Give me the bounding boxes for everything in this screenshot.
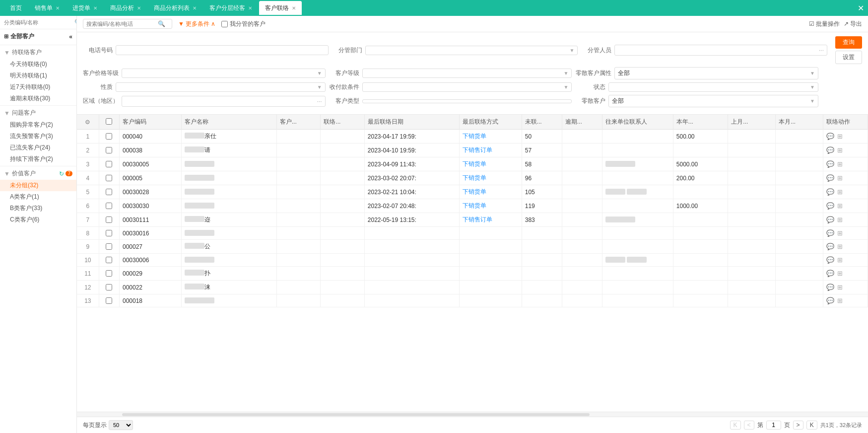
batch-op-btn[interactable]: ☑ 批量操作: [809, 20, 840, 28]
last-way-link[interactable]: 下销售订单: [463, 146, 492, 153]
chat-icon[interactable]: 💬: [826, 133, 834, 140]
last-page-btn[interactable]: K: [806, 421, 817, 430]
grid-action-icon[interactable]: ⊞: [837, 256, 843, 264]
grid-action-icon[interactable]: ⊞: [837, 270, 843, 277]
grid-action-icon[interactable]: ⊞: [837, 216, 843, 223]
grid-action-icon[interactable]: ⊞: [837, 146, 843, 154]
grid-action-icon[interactable]: ⊞: [837, 174, 843, 182]
phone-input[interactable]: [116, 45, 329, 55]
th-checkbox[interactable]: [99, 115, 119, 130]
collapse-icon[interactable]: «: [69, 33, 72, 40]
close-sales-tab[interactable]: ✕: [56, 5, 60, 11]
chat-icon[interactable]: 💬: [826, 216, 834, 223]
dept-select[interactable]: ▼: [365, 46, 578, 55]
customer-type-select[interactable]: [362, 99, 572, 103]
query-button[interactable]: 查询: [835, 36, 862, 49]
group-waiting-contact[interactable]: ▼ 待联络客户: [0, 46, 76, 59]
last-way-link[interactable]: 下销货单: [463, 188, 486, 195]
refresh-icon[interactable]: ↻: [59, 170, 64, 177]
select-all-checkbox[interactable]: [106, 118, 112, 125]
chat-icon[interactable]: 💬: [826, 202, 834, 210]
chat-icon[interactable]: 💬: [826, 297, 834, 304]
row-checkbox[interactable]: [106, 270, 112, 277]
my-customers-checkbox[interactable]: 我分管的客户: [221, 20, 266, 28]
row-checkbox[interactable]: [106, 243, 112, 250]
group-problem-customers[interactable]: ▼ 问题客户: [0, 107, 76, 119]
tab-product-analysis-list[interactable]: 商品分析列表 ✕: [148, 1, 202, 15]
grid-action-icon[interactable]: ⊞: [837, 133, 843, 140]
row-checkbox[interactable]: [106, 175, 112, 181]
sidebar-item-churn-warning[interactable]: 流失预警客户(3): [0, 131, 76, 142]
chat-icon[interactable]: 💬: [826, 284, 834, 291]
grid-action-icon[interactable]: ⊞: [837, 160, 843, 168]
last-way-link[interactable]: 下销货单: [463, 160, 486, 167]
tab-customer-contact[interactable]: 客户联络 ✕: [259, 1, 302, 15]
row-checkbox[interactable]: [106, 189, 112, 195]
chat-icon[interactable]: 💬: [826, 174, 834, 182]
row-checkbox[interactable]: [106, 230, 112, 236]
chat-icon[interactable]: 💬: [826, 229, 834, 237]
last-way-link[interactable]: 下销货单: [463, 202, 486, 209]
chat-icon[interactable]: 💬: [826, 243, 834, 250]
sidebar-item-c-class[interactable]: C类客户(6): [0, 214, 76, 225]
grid-action-icon[interactable]: ⊞: [837, 284, 843, 291]
close-product-list-tab[interactable]: ✕: [193, 5, 197, 11]
tab-product-analysis[interactable]: 商品分析 ✕: [104, 1, 147, 15]
last-way-link[interactable]: 下销货单: [463, 133, 486, 140]
row-checkbox[interactable]: [106, 133, 112, 140]
sidebar-item-a-class[interactable]: A类客户(1): [0, 191, 76, 203]
tab-customer-segment[interactable]: 客户分层经客 ✕: [203, 1, 258, 15]
last-way-link[interactable]: 下销货单: [463, 174, 486, 181]
chat-icon[interactable]: 💬: [826, 188, 834, 196]
retail-customer-select[interactable]: 全部 ▼: [608, 95, 818, 107]
more-conditions-btn[interactable]: ▼ 更多条件 ∧: [178, 20, 215, 28]
export-btn[interactable]: ↗ 导出: [844, 20, 862, 28]
all-customers-header[interactable]: ⊞ 全部客户 «: [0, 29, 76, 44]
search-icon[interactable]: 🔍: [158, 20, 165, 27]
reset-button[interactable]: 设置: [835, 51, 862, 64]
payment-select[interactable]: ▼: [362, 82, 572, 92]
status-select[interactable]: ▼: [608, 82, 818, 92]
prev-page-btn[interactable]: <: [744, 421, 754, 430]
region-select[interactable]: ···: [122, 96, 326, 107]
settings-icon[interactable]: ⚙: [85, 119, 90, 126]
th-settings[interactable]: ⚙: [77, 115, 99, 130]
price-level-select[interactable]: ▼: [122, 69, 326, 78]
last-way-link[interactable]: 下销售订单: [463, 216, 492, 223]
sidebar-search-input[interactable]: [4, 19, 72, 25]
row-checkbox[interactable]: [106, 216, 112, 223]
manager-select[interactable]: ···: [614, 45, 827, 56]
customer-level-select[interactable]: ▼: [362, 69, 572, 78]
tab-home[interactable]: 首页: [4, 1, 28, 15]
page-number-input[interactable]: [766, 421, 781, 430]
grid-action-icon[interactable]: ⊞: [837, 229, 843, 237]
grid-action-icon[interactable]: ⊞: [837, 188, 843, 196]
row-checkbox[interactable]: [106, 297, 112, 304]
group-value-customers[interactable]: ▼ 价值客户 ↻ 7: [0, 167, 76, 180]
sidebar-item-tomorrow-contact[interactable]: 明天待联络(1): [0, 70, 76, 81]
next-page-btn[interactable]: >: [793, 421, 803, 430]
sidebar-item-abnormal[interactable]: 囤购异常客户(2): [0, 119, 76, 131]
tab-purchase[interactable]: 进货单 ✕: [67, 1, 103, 15]
my-customers-check-input[interactable]: [221, 21, 228, 27]
row-checkbox[interactable]: [106, 147, 112, 153]
row-checkbox[interactable]: [106, 203, 112, 209]
search-input[interactable]: [86, 21, 156, 27]
sidebar-item-churned[interactable]: 已流失客户(24): [0, 142, 76, 153]
horizontal-scrollbar[interactable]: [77, 412, 868, 417]
chat-icon[interactable]: 💬: [826, 146, 834, 154]
close-customer-segment-tab[interactable]: ✕: [248, 5, 252, 11]
row-checkbox[interactable]: [106, 257, 112, 263]
grid-action-icon[interactable]: ⊞: [837, 297, 843, 304]
page-size-select[interactable]: 50 100: [109, 420, 133, 430]
grid-action-icon[interactable]: ⊞: [837, 243, 843, 250]
retail-attr-select[interactable]: 全部 ▼: [614, 67, 818, 79]
window-close-button[interactable]: ✕: [858, 3, 864, 13]
close-product-analysis-tab[interactable]: ✕: [137, 5, 141, 11]
sidebar-item-declining[interactable]: 持续下滑客户(2): [0, 153, 76, 165]
nature-select[interactable]: ▼: [116, 82, 326, 92]
chat-icon[interactable]: 💬: [826, 270, 834, 277]
close-customer-contact-tab[interactable]: ✕: [292, 5, 296, 11]
first-page-btn[interactable]: K: [730, 421, 741, 430]
sidebar-item-7days-contact[interactable]: 近7天待联络(0): [0, 81, 76, 93]
